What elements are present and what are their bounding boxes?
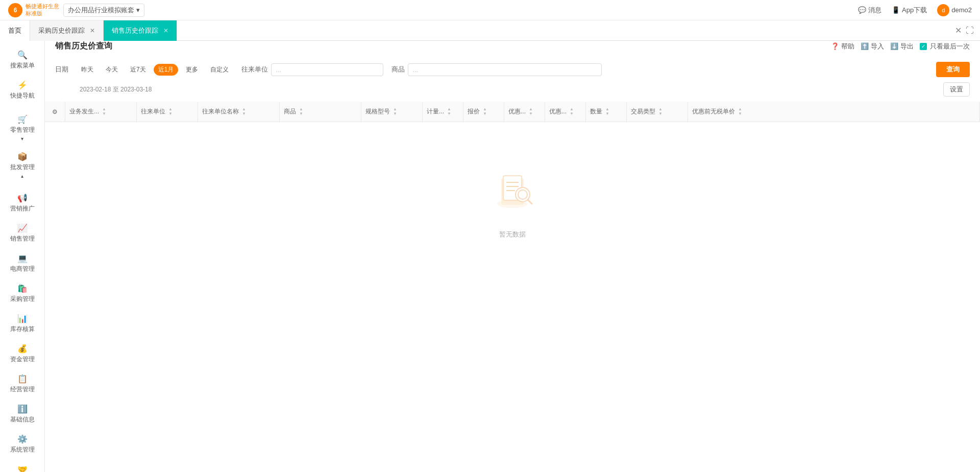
sidebar: 🔍 搜索菜单 ⚡ 快捷导航 🛒 零售管理 ▾ 📦 批发管理 ▴ 📢 营销推广 📈… [0, 41, 45, 472]
th-unit-name[interactable]: 往来单位名称 ▲ ▼ [198, 102, 280, 122]
th-qty[interactable]: 数量 ▲ ▼ [586, 102, 627, 122]
settings-gear-icon: ⚙ [52, 108, 58, 115]
date-buttons: 昨天 今天 近7天 近1月 更多 自定义 [77, 64, 233, 76]
sidebar-item-search[interactable]: 🔍 搜索菜单 [0, 45, 44, 75]
unit-filter-field: 往来单位 ... [241, 63, 383, 76]
empty-text: 暂无数据 [499, 230, 526, 239]
avatar: d [937, 4, 949, 16]
filter-section: 销售历史价查询 ❓ 帮助 ⬆️ 导入 ⬇️ 导出 ✓ [45, 41, 980, 102]
date-btn-yesterday[interactable]: 昨天 [77, 64, 98, 76]
sidebar-item-operation[interactable]: 📋 经营管理 [0, 369, 44, 399]
system-icon: ⚙️ [17, 434, 28, 444]
sort-icon: ▲ ▼ [299, 107, 303, 116]
unit-input-dots: ... [276, 66, 281, 74]
checkbox-icon: ✓ [920, 43, 927, 50]
date-btn-1month[interactable]: 近1月 [154, 64, 179, 76]
th-disc2[interactable]: 优惠... ▲ ▼ [545, 102, 586, 122]
query-button[interactable]: 查询 [936, 62, 970, 77]
tabbar: 首页 采购历史价跟踪 ✕ 销售历史价跟踪 ✕ ✕ ⛶ [0, 20, 980, 41]
th-disc1[interactable]: 优惠... ▲ ▼ [504, 102, 545, 122]
filter-row-2: 2023-02-18 至 2023-03-18 设置 [55, 82, 970, 102]
product-input[interactable]: ... [408, 63, 602, 76]
wholesale-icon: 📦 [17, 152, 28, 161]
sidebar-item-purchase[interactable]: 🛍️ 采购管理 [0, 278, 44, 309]
date-btn-custom[interactable]: 自定义 [206, 64, 233, 76]
purchase-icon: 🛍️ [17, 284, 28, 293]
help-btn[interactable]: ❓ 帮助 [831, 42, 854, 51]
main-layout: 🔍 搜索菜单 ⚡ 快捷导航 🛒 零售管理 ▾ 📦 批发管理 ▴ 📢 营销推广 📈… [0, 41, 980, 472]
th-unit-id[interactable]: 往来单位 ▲ ▼ [137, 102, 198, 122]
sort-icon: ▲ ▼ [658, 107, 663, 116]
export-icon: ⬇️ [890, 42, 898, 50]
logo-icon: 6 [8, 3, 22, 17]
sidebar-item-enterprise[interactable]: 🤝 企业协同 [0, 459, 44, 472]
th-trade-type[interactable]: 交易类型 ▲ ▼ [627, 102, 688, 122]
settings-button[interactable]: 设置 [943, 82, 970, 97]
help-icon: ❓ [831, 42, 839, 50]
th-settings[interactable]: ⚙ [45, 102, 65, 122]
date-btn-today[interactable]: 今天 [101, 64, 122, 76]
close-all-icon[interactable]: ✕ [955, 26, 962, 35]
sort-icon: ▲ ▼ [570, 107, 574, 116]
sort-icon: ▲ ▼ [242, 107, 246, 116]
operation-icon: 📋 [17, 374, 28, 384]
th-spec[interactable]: 规格型号 ▲ ▼ [361, 102, 423, 122]
th-biz-date[interactable]: 业务发生... ▲ ▼ [65, 102, 137, 122]
topbar: 6 畅捷通好生意 标准版 办公用品行业模拟账套 ▾ 💬 消息 📱 App下载 d… [0, 0, 980, 20]
th-product[interactable]: 商品 ▲ ▼ [280, 102, 361, 122]
tab-sales-history[interactable]: 销售历史价跟踪 ✕ [104, 20, 177, 41]
message-icon: 💬 [858, 6, 866, 14]
logo-text: 畅捷通好生意 标准版 [26, 3, 59, 16]
export-btn[interactable]: ⬇️ 导出 [890, 42, 914, 51]
th-quote[interactable]: 报价 ▲ ▼ [463, 102, 504, 122]
sort-icon: ▲ ▼ [483, 107, 487, 116]
sidebar-item-marketing[interactable]: 📢 营销推广 [0, 188, 44, 218]
import-icon: ⬆️ [861, 42, 869, 50]
sidebar-item-wholesale[interactable]: 📦 批发管理 ▴ [0, 147, 44, 184]
th-measure[interactable]: 计量... ▲ ▼ [423, 102, 463, 122]
message-btn[interactable]: 💬 消息 [858, 6, 881, 15]
no-data-illustration [487, 163, 538, 214]
sidebar-item-finance[interactable]: 💰 资金管理 [0, 339, 44, 369]
sort-icon: ▲ ▼ [168, 107, 173, 116]
date-btn-more[interactable]: 更多 [181, 64, 203, 76]
sidebar-item-ecommerce[interactable]: 💻 电商管理 [0, 248, 44, 278]
table-header: ⚙ 业务发生... ▲ ▼ 往来单位 ▲ ▼ 往 [45, 102, 980, 122]
app-icon: 📱 [892, 6, 900, 14]
inventory-icon: 📊 [17, 314, 28, 323]
unit-input[interactable]: ... [271, 63, 383, 76]
th-notax-price[interactable]: 优惠前无税单价 ▲ ▼ [688, 102, 980, 122]
sidebar-item-system[interactable]: ⚙️ 系统管理 [0, 429, 44, 459]
logo-area: 6 畅捷通好生意 标准版 [8, 3, 59, 17]
sidebar-item-quick-nav[interactable]: ⚡ 快捷导航 [0, 75, 44, 105]
marketing-icon: 📢 [17, 193, 28, 203]
page-title: 销售历史价查询 [55, 41, 112, 52]
empty-state: 暂无数据 [45, 122, 980, 280]
enterprise-icon: 🤝 [17, 464, 28, 472]
tab-purchase-close-icon[interactable]: ✕ [90, 27, 95, 34]
sidebar-item-inventory[interactable]: 📊 库存核算 [0, 309, 44, 339]
sort-icon: ▲ ▼ [605, 107, 609, 116]
topbar-left: 6 畅捷通好生意 标准版 办公用品行业模拟账套 ▾ [8, 3, 144, 17]
sidebar-item-sales[interactable]: 📈 销售管理 [0, 218, 44, 248]
ecommerce-icon: 💻 [17, 253, 28, 263]
sales-icon: 📈 [17, 223, 28, 233]
tab-purchase-history[interactable]: 采购历史价跟踪 ✕ [30, 20, 104, 41]
action-buttons: 查询 [936, 62, 970, 77]
tab-sales-close-icon[interactable]: ✕ [163, 27, 168, 34]
table-container: ⚙ 业务发生... ▲ ▼ 往来单位 ▲ ▼ 往 [45, 102, 980, 472]
date-btn-7days[interactable]: 近7天 [126, 64, 151, 76]
sidebar-item-retail[interactable]: 🛒 零售管理 ▾ [0, 109, 44, 147]
company-selector[interactable]: 办公用品行业模拟账套 ▾ [63, 4, 144, 17]
unit-label: 往来单位 [241, 65, 268, 74]
import-btn[interactable]: ⬆️ 导入 [861, 42, 884, 51]
user-menu-btn[interactable]: d demo2 [937, 4, 972, 16]
sort-icon: ▲ ▼ [447, 107, 451, 116]
only-last-checkbox[interactable]: ✓ 只看最后一次 [920, 42, 970, 51]
expand-icon[interactable]: ⛶ [966, 26, 974, 35]
sidebar-item-basic-info[interactable]: ℹ️ 基础信息 [0, 399, 44, 429]
app-download-btn[interactable]: 📱 App下载 [892, 6, 927, 15]
product-label: 商品 [391, 65, 405, 74]
content-area: 销售历史价查询 ❓ 帮助 ⬆️ 导入 ⬇️ 导出 ✓ [45, 41, 980, 472]
tab-home[interactable]: 首页 [0, 20, 30, 41]
